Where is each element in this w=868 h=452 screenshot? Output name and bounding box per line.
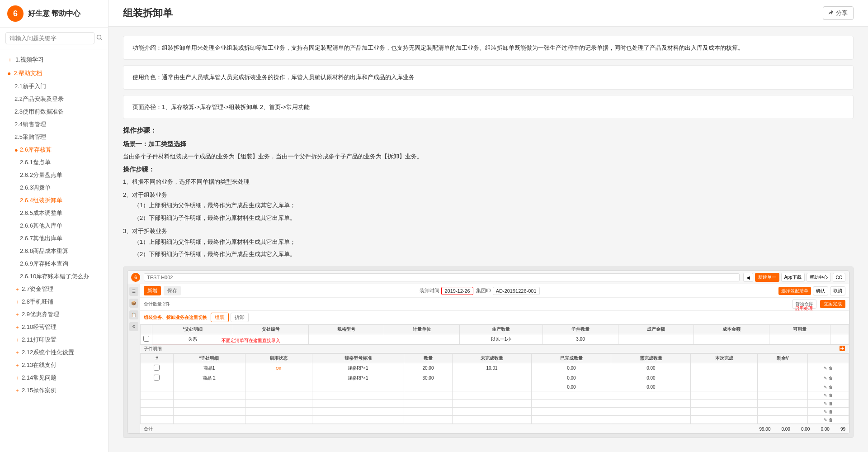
search-button[interactable] <box>96 34 103 42</box>
th-c4: 数量 <box>404 354 452 363</box>
func-intro-text: 功能介绍：组装拆卸单用来处理企业组装或拆卸等加工业务，支持有固定装配清单的产品加… <box>132 44 744 51</box>
role-intro-block: 使用角色：通常由生产人员或库管人员完成拆装业务的操作，库管人员确认原材料的出库和… <box>123 65 854 89</box>
mock-assemble-btn[interactable]: 组装 <box>211 313 229 322</box>
sidebar-item-2-6-8[interactable]: 2.6.8商品成本重算 <box>0 245 108 257</box>
th-p2: 父处编号 <box>233 325 309 334</box>
sidebar-item-2-4[interactable]: 2.4销售管理 <box>0 118 108 131</box>
td-b2-6: 0.00 <box>532 373 611 383</box>
sidebar-item-2-6-5[interactable]: 2.6.5成本调整单 <box>0 207 108 219</box>
th-p5: 生产数量 <box>459 325 542 334</box>
sidebar-item-2-2[interactable]: 2.2产品安装及登录 <box>0 93 108 105</box>
mock-group-field[interactable]: AD-20191226-001 <box>493 287 540 295</box>
annotation-direct-input: 不固定清单可在这里直接录入 <box>222 338 280 344</box>
sidebar-item-videos[interactable]: ＋ 1.视频学习 <box>0 53 108 67</box>
annotation-bom: 有装配清单的在这里处理 <box>751 284 801 285</box>
th-p7: 成产金额 <box>618 325 693 334</box>
sidebar-item-docs[interactable]: ● 2.帮助文档 <box>0 67 108 80</box>
search-input[interactable] <box>5 32 94 44</box>
mock-tab-save[interactable]: 保存 <box>164 286 181 295</box>
mock-footer-row: 合计 99.00 0.00 0.00 0.00 99 <box>140 424 849 433</box>
ops-steps-title: 操作步骤： <box>123 166 854 174</box>
sidebar-item-2-13[interactable]: ＋ 2.13在线支付 <box>0 359 108 371</box>
plus-icon-2-13: ＋ <box>14 362 20 369</box>
mock-btn-prev[interactable]: ◀ <box>743 273 753 282</box>
sidebar-item-2-12[interactable]: ＋ 2.12系统个性化设置 <box>0 346 108 359</box>
td-p6: 3.00 <box>543 334 618 344</box>
row-checkbox-1[interactable] <box>143 336 149 342</box>
mock-btn-app[interactable]: App下载 <box>781 273 805 282</box>
svg-line-1 <box>101 39 103 41</box>
td-b1-7: 0.00 <box>611 363 691 373</box>
mock-btn-user[interactable]: CC <box>833 273 845 282</box>
plus-icon-2-9: ＋ <box>14 311 20 319</box>
sidebar-item-2-6-4[interactable]: 2.6.4组装拆卸单 <box>0 194 108 207</box>
page-title: 组装拆卸单 <box>123 6 173 20</box>
td-b1-4: 20.00 <box>404 363 452 373</box>
step-2-1: （1）上部明细为父件明细，最终作为产成品生成其它入库单； <box>134 200 854 210</box>
mock-disassemble-btn[interactable]: 拆卸 <box>231 313 249 322</box>
sidebar-item-2-15[interactable]: ＋ 2.15操作案例 <box>0 384 108 397</box>
sidebar-item-2-11[interactable]: ＋ 2.11打印设置 <box>0 333 108 346</box>
path-intro-text: 页面路径：1、库存核算->库存管理->组装拆卸单 2、首页->常用功能 <box>132 104 310 110</box>
mock-nav-icon-3: 📋 <box>129 310 138 319</box>
mock-btn-new[interactable]: 新建单一 <box>755 273 779 282</box>
mock-bom-area: 有装配清单的在这里处理 选择装配清单 确认 取消 <box>778 286 845 295</box>
td-p10 <box>830 334 849 344</box>
sidebar-item-2-8[interactable]: ＋ 2.8手机旺铺 <box>0 295 108 308</box>
td-p7 <box>618 334 693 344</box>
td-b2-10: ✎ 🗑 <box>808 373 849 383</box>
step-3-2: （2）下部明细为子件明细，最终作为产成品生成其它入库单。 <box>134 249 854 259</box>
mock-cancel-btn[interactable]: 取消 <box>830 286 845 295</box>
mock-date-field[interactable]: 2019-12-26 <box>441 287 473 295</box>
sidebar-item-2-6-3[interactable]: 2.6.3调拨单 <box>0 181 108 194</box>
sidebar-item-2-5[interactable]: 2.5采购管理 <box>0 131 108 143</box>
step-2: 2、对于组装业务 （1）上部明细为父件明细，最终作为产成品生成其它入库单； （2… <box>123 190 854 223</box>
td-b1-2: On <box>245 363 312 373</box>
sidebar-item-2-6[interactable]: ● 2.6库存核算 <box>0 143 108 156</box>
logo-icon: 6 <box>7 5 24 22</box>
td-p4 <box>384 334 459 344</box>
th-c9: 剩余V <box>758 354 808 363</box>
mock-expand-icon[interactable] <box>839 345 845 352</box>
mock-btn-help[interactable]: 帮助中心 <box>807 273 831 282</box>
mock-tab-add[interactable]: 新增 <box>144 286 161 295</box>
th-c2: 启用状态 <box>245 354 312 363</box>
ops-title: 操作步骤： <box>123 126 854 135</box>
share-button[interactable]: 分享 <box>823 6 854 20</box>
step-3: 3、对于拆装业务 （1）上部明细为父件明细，最终作为原材料生成其它出库单； （2… <box>123 226 854 259</box>
mock-confirm-btn-2[interactable]: 立案完成 <box>820 300 845 308</box>
sidebar-item-2-7[interactable]: ＋ 2.7资金管理 <box>0 283 108 295</box>
td-p1: 关系 <box>152 334 233 344</box>
sidebar-item-2-6-10[interactable]: 2.6.10库存账本错了怎么办 <box>0 270 108 283</box>
td-b2-2 <box>245 373 312 383</box>
sidebar-item-2-3[interactable]: 2.3使用前数据准备 <box>0 105 108 118</box>
sidebar-item-2-6-1[interactable]: 2.6.1盘点单 <box>0 156 108 169</box>
sidebar-item-2-6-9[interactable]: 2.6.9库存账本查询 <box>0 257 108 270</box>
td-b1-8 <box>691 363 758 373</box>
td-p5: 以以一1小 <box>459 334 542 344</box>
th-c3: 规格型号标准 <box>312 354 404 363</box>
td-p9 <box>769 334 830 344</box>
row-b-checkbox-2[interactable] <box>154 375 160 381</box>
mock-footer-v2: 0.00 <box>781 427 790 432</box>
mock-confirm-btn[interactable]: 确认 <box>813 286 828 295</box>
app-mock-header: 6 TEST-H002 ◀ 新建单一 App下载 帮助中心 CC <box>127 271 849 284</box>
table-row-b-4: ✎ 🗑 <box>141 391 849 400</box>
table-row-b-2: 商品 2 规格RP×1 30.00 0.00 0.00 <box>141 373 849 383</box>
sidebar-item-2-6-6[interactable]: 2.6.6其他入库单 <box>0 219 108 232</box>
row-b-checkbox-1[interactable] <box>154 365 160 371</box>
mock-field-group-group: 集团ID AD-20191226-001 <box>476 287 540 295</box>
td-p3 <box>309 334 384 344</box>
sidebar-item-2-6-2[interactable]: 2.6.2分量盘点单 <box>0 169 108 181</box>
screenshot-wrapper: 6 TEST-H002 ◀ 新建单一 App下载 帮助中心 CC <box>123 267 853 438</box>
mock-select-bom-btn[interactable]: 选择装配清单 <box>778 287 811 295</box>
sidebar-item-2-6-7[interactable]: 2.6.7其他出库单 <box>0 232 108 245</box>
table-row-b-1: 商品1 On 规格RP×1 20.00 10.01 0.00 0.00 <box>141 363 849 373</box>
sidebar-item-2-1[interactable]: 2.1新手入门 <box>0 80 108 93</box>
sidebar-item-2-10[interactable]: ＋ 2.10经营管理 <box>0 321 108 333</box>
sidebar-item-2-9[interactable]: ＋ 2.9优惠券管理 <box>0 308 108 321</box>
sidebar-item-2-14[interactable]: ＋ 2.14常见问题 <box>0 371 108 384</box>
role-intro-text: 使用角色：通常由生产人员或库管人员完成拆装业务的操作，库管人员确认原材料的出库和… <box>132 74 415 81</box>
sidebar-search-area <box>0 28 108 49</box>
mock-type-row: 组装业务、拆卸业务在这里切换 启用处理 组装 拆卸 <box>140 311 849 324</box>
